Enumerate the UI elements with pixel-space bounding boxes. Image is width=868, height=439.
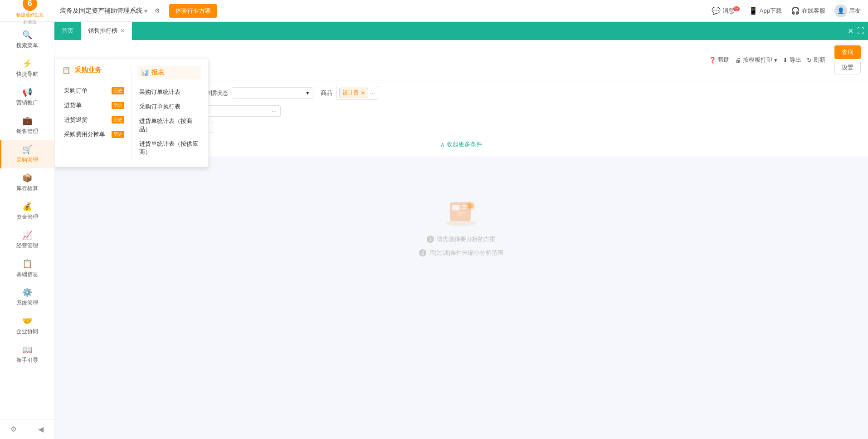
quick-nav-icon: ⚡ [22,59,32,69]
purchase-icon: 🛒 [22,144,32,154]
purchase-business-icon: 📋 [62,66,71,74]
sidebar-item-search[interactable]: 🔍 搜索菜单 [0,25,54,54]
marketing-icon: 📢 [22,87,32,97]
sidebar-item-sales[interactable]: 💼 销售管理 [0,111,54,140]
salesperson-select[interactable]: ··· [199,105,281,117]
report-header: 📊 报表 [137,66,201,79]
empty-state: 1 请先选择要分析的方案 2 用[过滤]条件来缩小分析范围 [54,157,868,293]
tab-bar: 首页 销售排行榜 ✕ ✕ ⛶ [54,22,868,40]
logo-brand: 畅捷通好生意 [16,12,44,18]
help-icon: ❓ [709,57,716,64]
sidebar-bottom: ⚙ ◀ [0,419,54,439]
history-badge-0: 历史 [112,87,124,94]
menu-item-purchase-order-exec[interactable]: 采购订单执行表 [137,99,201,114]
empty-illustration [439,193,484,230]
topbar: 6 畅捷通好生意 标准版 装备及固定资产辅助管理系统 ▾ ⚙ 体验行业方案 💬 … [0,0,868,22]
goods-tag-close[interactable]: ✕ [361,90,365,96]
doc-status-select[interactable]: ▾ [232,87,313,99]
goods-tag: 设计费 ✕ [339,88,368,98]
empty-tip-1: 1 请先选择要分析的方案 [427,235,496,243]
sidebar-item-quick-nav[interactable]: ⚡ 快捷导航 [0,54,54,83]
svg-rect-2 [452,205,460,211]
tab-close-icon[interactable]: ✕ [120,28,125,34]
sidebar: 🔍 搜索菜单 ⚡ 快捷导航 📢 营销推广 💼 销售管理 🛒 采购管理 📦 库存核… [0,22,54,439]
menu-item-purchase-expense[interactable]: 采购费用分摊单 历史 [62,127,126,142]
sidebar-item-purchase[interactable]: 🛒 采购管理 [0,140,54,168]
finance-icon: 💰 [22,202,32,212]
sidebar-item-marketing[interactable]: 📢 营销推广 [0,83,54,111]
notification-label: 消息 [722,7,734,15]
empty-tip-2: 2 用[过滤]条件来缩小分析范围 [419,249,503,257]
app-download-btn[interactable]: 📱 App下载 [749,6,782,15]
print-btn[interactable]: 🖨 按模板打印 ▾ [735,56,777,64]
menu-item-purchase-order[interactable]: 采购订单 历史 [62,84,126,98]
online-service-btn[interactable]: 🎧 在线客服 [791,6,825,15]
menu-item-instock-stats-supplier[interactable]: 进货单统计表（按供应商） [137,137,201,159]
menu-item-return[interactable]: 进货退货 历史 [62,113,126,127]
basic-info-icon: 📋 [22,259,32,269]
history-badge-2: 历史 [112,116,124,123]
topbar-right: 💬 消息 9 📱 App下载 🎧 在线客服 👤 用友 [712,5,861,17]
menu-item-instock[interactable]: 进货单 历史 [62,98,126,113]
sidebar-item-label: 经营管理 [16,242,38,250]
doc-status-filter: 单据状态 ▾ [205,87,313,99]
logo-sub: 标准版 [23,19,37,25]
sidebar-item-label: 系统管理 [16,299,38,307]
refresh-btn[interactable]: ↻ 刷新 [807,56,825,64]
sidebar-item-finance[interactable]: 💰 资金管理 [0,197,54,226]
dropdown-divider [132,66,132,159]
industry-btn[interactable]: 体验行业方案 [169,4,217,18]
goods-filter: 商品 设计费 ✕ ··· [321,86,378,100]
goods-more-dots[interactable]: ··· [370,89,375,96]
svg-rect-4 [462,208,466,209]
sidebar-settings-btn[interactable]: ⚙ [10,425,17,434]
sidebar-item-guide[interactable]: 📖 新手引导 [0,340,54,369]
tab-maximize-icon[interactable]: ⛶ [857,27,864,35]
sidebar-item-operations[interactable]: 📈 经营管理 [0,226,54,254]
settings-button[interactable]: 设置 [834,61,861,74]
print-icon: 🖨 [735,57,741,64]
export-icon: ⬇ [783,57,788,64]
tab-home[interactable]: 首页 [54,22,81,40]
sidebar-item-system[interactable]: ⚙️ 系统管理 [0,283,54,311]
settings-icon[interactable]: ⚙ [151,5,164,17]
search-icon: 🔍 [22,30,32,40]
sidebar-item-label: 快捷导航 [16,70,38,78]
content-area: ❓ 帮助 🖨 按模板打印 ▾ ⬇ 导出 ↻ 刷新 查询 [54,40,868,439]
menu-item-purchase-order-stats[interactable]: 采购订单统计表 [137,85,201,99]
purchase-business-col: 📋 采购业务 采购订单 历史 进货单 历史 进货退货 历史 [62,66,126,159]
notification-badge: 9 [733,6,740,11]
sidebar-item-label: 销售管理 [16,128,38,135]
headset-icon: 🎧 [791,6,800,15]
sales-icon: 💼 [22,116,32,126]
menu-item-instock-stats-goods[interactable]: 进货单统计表（按商品） [137,114,201,137]
phone-icon: 📱 [749,6,758,15]
inventory-icon: 📦 [22,173,32,183]
help-btn[interactable]: ❓ 帮助 [709,56,730,64]
sidebar-item-label: 企业协同 [16,328,38,335]
system-arrow-icon: ▾ [144,7,147,15]
tab-close-all-icon[interactable]: ✕ [848,27,853,35]
logo: 6 畅捷通好生意 标准版 [7,0,53,25]
user-btn[interactable]: 👤 用友 [834,5,861,17]
report-icon: 📊 [141,69,149,76]
notification-icon: 💬 [712,6,721,15]
tab-sales-rank[interactable]: 销售排行榜 ✕ [81,22,132,40]
refresh-icon: ↻ [807,57,812,64]
purchase-business-header: 📋 采购业务 [62,66,126,78]
main: 首页 销售排行榜 ✕ ✕ ⛶ ❓ 帮助 🖨 按模板打印 [54,22,868,439]
sidebar-item-label: 库存核算 [16,185,38,192]
enterprise-icon: 🤝 [22,316,32,326]
sidebar-item-basic-info[interactable]: 📋 基础信息 [0,254,54,283]
sidebar-item-label: 资金管理 [16,213,38,221]
report-col: 📊 报表 采购订单统计表 采购订单执行表 进货单统计表（按商品） 进货单统计表（… [137,66,201,159]
chevron-down-icon: ▾ [306,89,309,96]
sidebar-item-inventory[interactable]: 📦 库存核算 [0,168,54,197]
query-button[interactable]: 查询 [834,45,861,59]
export-btn[interactable]: ⬇ 导出 [783,56,801,64]
sidebar-collapse-btn[interactable]: ◀ [38,425,44,434]
sidebar-item-enterprise[interactable]: 🤝 企业协同 [0,311,54,340]
notification-btn[interactable]: 💬 消息 9 [712,6,740,15]
sidebar-item-label: 基础信息 [16,271,38,278]
history-badge-1: 历史 [112,102,124,109]
